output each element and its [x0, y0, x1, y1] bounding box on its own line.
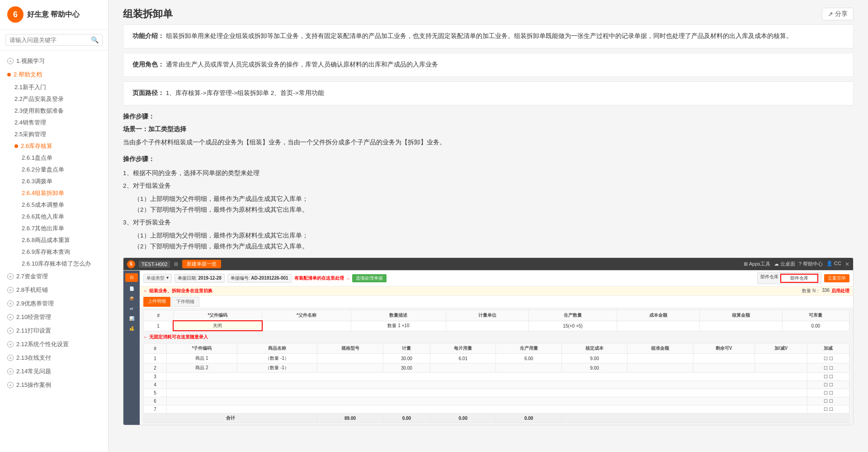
mock-warehouse-field: 部件仓库 部件仓库 [757, 272, 821, 284]
share-button[interactable]: ↗ 分享 [822, 8, 854, 20]
mock-th-num: # [144, 310, 174, 321]
sidebar-item-2.11[interactable]: + 2.11打印设置 [0, 324, 108, 338]
mock-upper-table-head: # *父件编码 *父件名称 数量描述 计量单位 生产数量 成本金额 核算金额 可 [144, 310, 849, 321]
mock-upper-cell-avail: 0.00 [782, 321, 849, 331]
mock-lth-add: 加/减V [755, 343, 807, 354]
mock-upper-cell-code: 关闭 [173, 321, 262, 331]
sidebar-item-2.3[interactable]: 2.3使用前数据准备 [0, 105, 108, 117]
mock-new-doc-icon: 📄 [128, 285, 135, 292]
mock-bill-type-select[interactable]: 单据类型 ▾ [143, 274, 172, 283]
mock-lr2-rem [693, 363, 755, 373]
mock-lower-tab[interactable]: 下件明细 [171, 297, 199, 307]
sidebar-item-2.15[interactable]: + 2.15操作案例 [0, 378, 108, 392]
mock-lr6-op: ☐ ☐ [807, 397, 849, 405]
sidebar-item-2.6.4[interactable]: 2.6.4组装拆卸单 [0, 187, 108, 199]
sidebar-item-2.1[interactable]: 2.1新手入门 [0, 81, 108, 93]
mock-annotation-area: 有装配清单的在这里处理 → 选项处理单据 [294, 274, 755, 282]
sidebar-item-2.6.6[interactable]: 2.6.6其他入库单 [0, 211, 108, 223]
mock-bill-type-label: 单据类型 [146, 275, 165, 281]
mock-th-avail: 可库量 [782, 310, 849, 321]
path-block: 页面路径： 1、库存核算->库存管理->组装拆卸单 2、首页->常用功能 [123, 81, 854, 105]
mock-new-btn[interactable]: 新建单据一览 [182, 260, 221, 268]
mock-footer-total-label: 合计 [144, 414, 317, 423]
sidebar-item-2.6.10[interactable]: 2.6.10库存账本错了怎么办 [0, 258, 108, 270]
mock-user-icon: 👤 CC [826, 261, 841, 267]
sidebar-item-2.7[interactable]: + 2.7资金管理 [0, 270, 108, 283]
plus-icon-2.11: + [7, 328, 14, 334]
sidebar-item-2.10[interactable]: + 2.10经营管理 [0, 310, 108, 324]
mock-upper-row-1: 1 关闭 数量 1 +10 15(+0 +5) 0.00 [144, 321, 849, 331]
mock-lr7-op: ☐ ☐ [807, 405, 849, 414]
search-input[interactable] [9, 37, 91, 43]
mock-lr1-ca [627, 354, 693, 363]
sidebar-item-2.6.2[interactable]: 2.6.2分量盘点单 [0, 164, 108, 176]
mock-lr1-num: 1 [144, 354, 167, 363]
mock-lth-code: *子件编码 [166, 343, 237, 354]
sidebar-item-2.13[interactable]: + 2.13在线支付 [0, 351, 108, 365]
plus-icon-2.13: + [7, 355, 14, 361]
sidebar-item-docs[interactable]: 2.帮助文档 [0, 68, 108, 81]
sidebar-item-2.6.9[interactable]: 2.6.9库存账本查询 [0, 246, 108, 258]
mock-lower-annotation-area: ← 无固定消耗可在这里随意录入 [140, 333, 853, 341]
share-icon: ↗ [828, 10, 833, 18]
mock-company: TEST-H002 [139, 261, 170, 268]
sidebar-item-2.4[interactable]: 2.4销售管理 [0, 117, 108, 128]
mock-warehouse-input[interactable]: 部件仓库 [780, 274, 818, 283]
mock-quantity-row: 数量 N： 336 启用处理 [802, 288, 849, 294]
step-2-sub-1: （1）上部明细为父件明细，最终作为产成品生成其它入库单； [134, 194, 854, 205]
mock-lower-row-2: 2 商品 2 （数量 -1） 30.00 9.00 [144, 363, 849, 373]
sidebar-item-2.6.7[interactable]: 2.6.7其他出库单 [0, 223, 108, 234]
sidebar-item-video[interactable]: + 1.视频学习 [0, 54, 108, 68]
mock-lower-table-foot: 合计 89.00 0.00 0.00 0.00 [144, 414, 849, 423]
sidebar-item-2.5[interactable]: 2.5采购管理 [0, 128, 108, 140]
mock-main-layout: 自 📄 📦 ⇄ 📊 💰 单据类型 ▾ [123, 271, 853, 425]
op-steps-label: 操作步骤： [123, 155, 854, 163]
steps-title: 操作步骤： [123, 113, 854, 121]
sidebar-item-2.6.8[interactable]: 2.6.8商品成本重算 [0, 234, 108, 246]
path-label: 页面路径： [132, 90, 164, 96]
mock-close-icon[interactable]: ✕ [845, 261, 849, 267]
mock-lr1-fc: 9.00 [561, 354, 627, 363]
mock-upper-cell-calc [699, 321, 782, 331]
mock-lr1-per: 6.01 [430, 354, 496, 363]
mock-lr5-num: 5 [144, 389, 167, 397]
mock-type-switch-annotation: ← 组装业务、拆卸业务在这里切换 [143, 288, 212, 294]
step-1: 1、根据不同的业务，选择不同单据的类型来处理 [123, 168, 854, 179]
sidebar-item-2.9[interactable]: + 2.9优惠券管理 [0, 297, 108, 310]
mock-arrow-right: → [346, 276, 350, 281]
mock-report-icon: 📊 [128, 315, 135, 322]
screenshot-container: 6 TEST-H002 ⚙ 新建单据一览 ⊞ Apps工具 ☁ 云桌面 ? 帮助… [123, 257, 854, 425]
mock-upper-cell-num: 1 [144, 321, 174, 331]
mock-header-icons: ⊞ Apps工具 ☁ 云桌面 ? 帮助中心 👤 CC [744, 261, 841, 267]
step-2-sub-2: （2）下部明细为子件明细，最终作为原材料生成其它出库单。 [134, 205, 854, 215]
mock-confirm-btn[interactable]: 立案完毕 [824, 274, 849, 282]
step-2: 2、对于组装业务 [123, 181, 854, 191]
search-wrapper[interactable]: 🔍 [5, 34, 103, 46]
mock-upper-tab[interactable]: 上件明细 [143, 297, 170, 307]
content-area: 功能介绍： 组装拆卸单用来处理企业组装或拆卸等加工业务，支持有固定装配清单的产品… [108, 24, 868, 440]
plus-icon-2.15: + [7, 382, 14, 388]
sidebar-item-2.6[interactable]: 2.6库存核算 [0, 140, 108, 152]
sidebar-item-2.6.3[interactable]: 2.6.3调拨单 [0, 176, 108, 187]
mock-lower-row-6: 6 ☐ ☐ [144, 397, 849, 405]
mock-lth-per-use: 每片用量 [430, 343, 496, 354]
mock-process-select-btn[interactable]: 选项处理单据 [352, 274, 387, 282]
function-text: 组装拆卸单用来处理企业组装或拆卸等加工业务，支持有固定装配清单的产品加工业务，也… [166, 33, 793, 39]
step-3: 3、对于拆装业务 [123, 217, 854, 228]
mock-lth-remain: 剩余可V [693, 343, 755, 354]
sidebar-item-2.8[interactable]: + 2.8手机旺铺 [0, 283, 108, 297]
sidebar-item-2.14[interactable]: + 2.14常见问题 [0, 365, 108, 378]
sidebar-item-2.2[interactable]: 2.2产品安装及登录 [0, 93, 108, 105]
logo-icon: 6 [7, 6, 24, 23]
path-text: 1、库存核算->库存管理->组装拆卸单 2、首页->常用功能 [166, 90, 324, 96]
mock-lr4-num: 4 [144, 381, 167, 389]
mock-apps-icon: ⊞ Apps工具 [744, 261, 770, 267]
mock-lower-row-5: 5 ☐ ☐ [144, 389, 849, 397]
sidebar-item-2.6.1[interactable]: 2.6.1盘点单 [0, 152, 108, 164]
mock-lr2-fc: 9.00 [561, 363, 627, 373]
sidebar-item-2.12[interactable]: + 2.12系统个性化设置 [0, 338, 108, 351]
mock-warehouse-label: 部件仓库 [760, 274, 778, 283]
search-icon[interactable]: 🔍 [91, 36, 99, 43]
sidebar-item-2.6.5[interactable]: 2.6.5成本调整单 [0, 199, 108, 211]
mock-lth-unit: 计量 [383, 343, 430, 354]
